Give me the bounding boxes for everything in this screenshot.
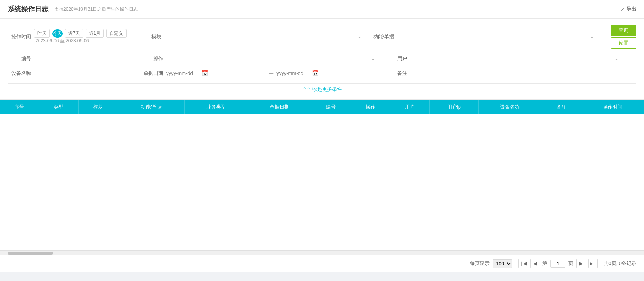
col-function: 功能/单据 — [118, 100, 184, 114]
user-select-wrapper: ⌄ — [410, 54, 620, 63]
code-filter-group: 编号 — — [8, 54, 128, 63]
page-header: 系统操作日志 支持2020年10月31日之后产生的操作日志 ↗ 导出 — [0, 0, 644, 19]
filter-row-1: 操作时间 昨天 今天 近7天 近1月 自定义 2023-06-06 至 2023… — [8, 25, 636, 49]
page-number-input[interactable] — [550, 260, 565, 268]
code-label: 编号 — [8, 55, 34, 62]
remark-filter-group: 备注 — [384, 69, 620, 78]
last1m-btn[interactable]: 近1月 — [86, 29, 104, 38]
date-start-wrap: 📅 — [166, 68, 266, 78]
collapse-icon: ⌃⌃ — [303, 87, 311, 92]
col-device: 设备名称 — [478, 100, 542, 114]
user-label: 用户 — [384, 55, 410, 62]
filter-panel: 操作时间 昨天 今天 近7天 近1月 自定义 2023-06-06 至 2023… — [0, 19, 644, 100]
page-subtitle: 支持2020年10月31日之后产生的操作日志 — [54, 6, 138, 12]
time-options-wrap: 昨天 今天 近7天 近1月 自定义 2023-06-06 至 2023-06-0… — [34, 29, 127, 44]
horizontal-scrollbar[interactable] — [0, 250, 644, 255]
export-icon: ↗ — [621, 6, 625, 12]
today-btn[interactable]: 今天 — [52, 29, 63, 38]
page-size-select[interactable]: 100 50 200 500 — [493, 259, 512, 268]
col-biz-type: 业务类型 — [185, 100, 248, 114]
function-label: 功能/单据 — [371, 33, 397, 40]
last-page-button[interactable]: ▶❘ — [588, 259, 598, 268]
scrollbar-thumb[interactable] — [8, 252, 53, 255]
prev-page-button[interactable]: ◀ — [530, 259, 539, 268]
date-filter-group: 单据日期 📅 — 📅 — [140, 68, 376, 78]
action-buttons: 查询 设置 — [611, 25, 636, 49]
date-start-input[interactable] — [166, 70, 200, 76]
code-start-input[interactable] — [34, 54, 76, 63]
function-input[interactable] — [397, 32, 596, 41]
col-op-time: 操作时间 — [581, 100, 644, 114]
filter-row-3: 设备名称 单据日期 📅 — 📅 备注 — [8, 68, 636, 78]
user-filter-group: 用户 ⌄ — [384, 54, 620, 63]
settings-button[interactable]: 设置 — [611, 37, 636, 49]
date-dash: — — [269, 70, 273, 76]
device-filter-group: 设备名称 — [8, 69, 128, 78]
col-code: 编号 — [311, 100, 351, 114]
operation-input[interactable] — [166, 54, 376, 63]
device-label: 设备名称 — [8, 70, 34, 77]
function-filter-group: 功能/单据 ⌄ — [371, 32, 596, 41]
date-label: 单据日期 — [140, 70, 166, 77]
time-options: 昨天 今天 近7天 近1月 自定义 — [34, 29, 127, 38]
col-type: 类型 — [39, 100, 78, 114]
custom-btn[interactable]: 自定义 — [106, 29, 127, 38]
export-button[interactable]: ↗ 导出 — [621, 6, 636, 12]
table-empty — [0, 114, 644, 250]
page-title: 系统操作日志 — [8, 5, 48, 14]
operation-select-wrapper: ⌄ — [166, 54, 376, 63]
next-page-button[interactable]: ▶ — [576, 259, 585, 268]
time-filter-group: 操作时间 昨天 今天 近7天 近1月 自定义 2023-06-06 至 2023… — [8, 29, 127, 44]
page-label: 第 — [542, 260, 547, 267]
filter-row-2: 编号 — 操作 ⌄ 用户 ⌄ — [8, 54, 636, 63]
remark-label: 备注 — [384, 70, 410, 77]
table-header-row: 序号 类型 模块 功能/单据 业务类型 单据日期 编号 操作 用户 用户ip 设… — [0, 100, 644, 114]
query-button[interactable]: 查询 — [611, 25, 636, 36]
module-label: 模块 — [138, 33, 164, 40]
collapse-bar: ⌃⌃ 收起更多条件 — [8, 83, 636, 93]
calendar-end-icon[interactable]: 📅 — [312, 70, 318, 76]
col-index: 序号 — [0, 100, 39, 114]
col-user: 用户 — [390, 100, 429, 114]
module-filter-group: 模块 ⌄ — [138, 32, 363, 41]
module-select-wrapper: ⌄ — [164, 32, 363, 41]
device-input[interactable] — [34, 69, 128, 78]
code-end-input[interactable] — [87, 54, 129, 63]
table-header: 序号 类型 模块 功能/单据 业务类型 单据日期 编号 操作 用户 用户ip 设… — [0, 100, 644, 114]
first-page-button[interactable]: ❘◀ — [518, 259, 527, 268]
yesterday-btn[interactable]: 昨天 — [34, 29, 50, 38]
user-input[interactable] — [410, 54, 620, 63]
time-label: 操作时间 — [8, 33, 34, 40]
page-size-label: 每页显示 — [470, 260, 490, 267]
operation-filter-group: 操作 ⌄ — [140, 54, 376, 63]
date-end-wrap: 📅 — [276, 68, 376, 78]
date-end-input[interactable] — [276, 70, 310, 76]
col-module: 模块 — [79, 100, 118, 114]
collapse-button[interactable]: ⌃⌃ 收起更多条件 — [303, 86, 342, 93]
col-date: 单据日期 — [248, 100, 311, 114]
data-table: 序号 类型 模块 功能/单据 业务类型 单据日期 编号 操作 用户 用户ip 设… — [0, 100, 644, 114]
col-remark: 备注 — [542, 100, 581, 114]
total-info: 共0页, 0条记录 — [604, 260, 636, 267]
date-range-text: 2023-06-06 至 2023-06-06 — [36, 38, 127, 44]
calendar-start-icon[interactable]: 📅 — [202, 70, 208, 76]
page-unit: 页 — [568, 260, 573, 267]
module-input[interactable] — [164, 32, 363, 41]
table-container: 序号 类型 模块 功能/单据 业务类型 单据日期 编号 操作 用户 用户ip 设… — [0, 100, 644, 250]
col-user-ip: 用户ip — [429, 100, 478, 114]
col-operation: 操作 — [351, 100, 390, 114]
pagination-bar: 每页显示 100 50 200 500 ❘◀ ◀ 第 页 ▶ ▶❘ 共0页, 0… — [0, 255, 644, 272]
remark-input[interactable] — [410, 69, 620, 78]
code-dash: — — [79, 56, 84, 62]
operation-label: 操作 — [140, 55, 166, 62]
last7-btn[interactable]: 近7天 — [65, 29, 83, 38]
function-select-wrapper: ⌄ — [397, 32, 596, 41]
